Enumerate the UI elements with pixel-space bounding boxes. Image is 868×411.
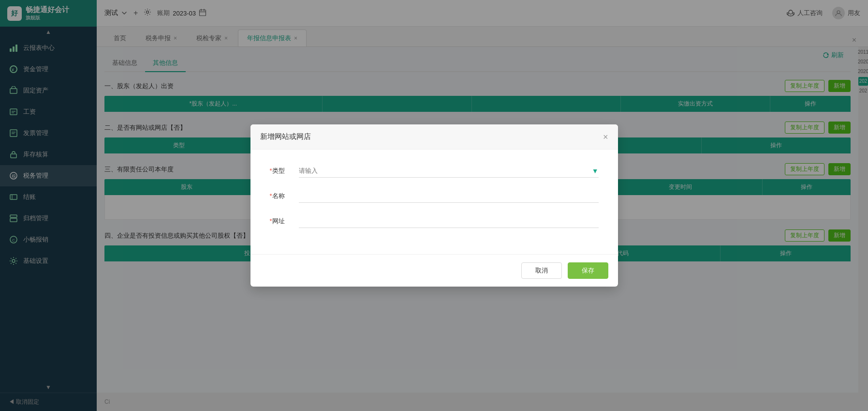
type-label: *类型 (270, 167, 299, 175)
name-input[interactable] (299, 189, 599, 203)
modal-add-website: 新增网站或网店 × *类型 ▼ *名称 (250, 124, 618, 287)
form-field-name: *名称 (270, 189, 599, 203)
url-input-wrap (299, 214, 599, 228)
modal-overlay[interactable]: 新增网站或网店 × *类型 ▼ *名称 (0, 0, 868, 411)
modal-cancel-button[interactable]: 取消 (521, 262, 562, 279)
modal-footer: 取消 保存 (250, 254, 618, 287)
url-input[interactable] (299, 214, 599, 228)
type-dropdown-arrow[interactable]: ▼ (592, 167, 599, 175)
form-field-url: *网址 (270, 214, 599, 228)
type-select-wrap: ▼ (299, 164, 599, 178)
name-label: *名称 (270, 192, 299, 200)
modal-close-button[interactable]: × (603, 133, 608, 141)
name-input-wrap (299, 189, 599, 203)
url-label: *网址 (270, 217, 299, 226)
form-field-type: *类型 ▼ (270, 164, 599, 178)
modal-title: 新增网站或网店 (260, 132, 311, 141)
type-input[interactable] (299, 164, 592, 177)
modal-body: *类型 ▼ *名称 *网址 (250, 150, 618, 254)
modal-save-button[interactable]: 保存 (568, 262, 608, 279)
modal-header: 新增网站或网店 × (250, 124, 618, 150)
